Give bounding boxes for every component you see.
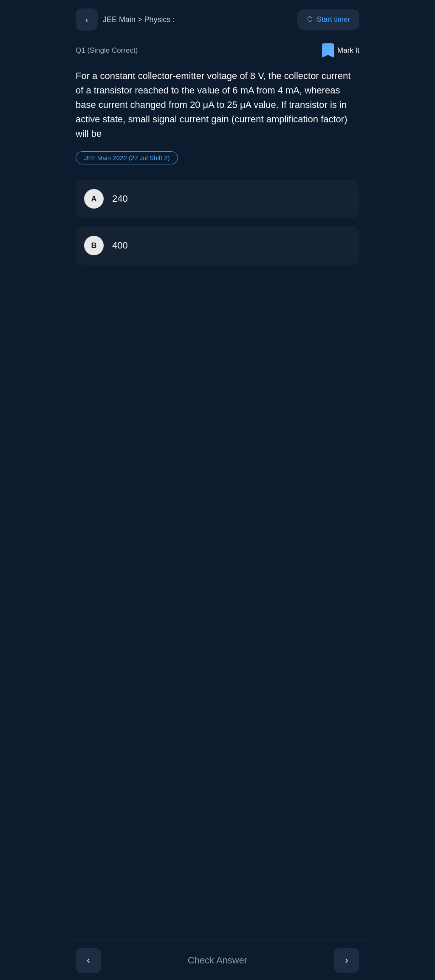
question-body: For a constant collector-emitter voltage… [69,65,366,173]
option-value-a: 240 [112,193,128,204]
question-meta: Q1 (Single Correct) Mark It [69,39,366,65]
question-text: For a constant collector-emitter voltage… [76,69,359,141]
options-section: A 240 B 400 [69,173,366,265]
breadcrumb: JEE Main > Physics : [103,15,292,24]
mark-it-button[interactable]: Mark It [322,43,359,58]
option-card-b[interactable]: B 400 [76,226,359,265]
header: ‹ JEE Main > Physics : ⏱ Start timer [69,0,366,39]
timer-icon: ⏱ [307,16,314,23]
start-timer-label: Start timer [317,15,350,24]
back-icon: ‹ [85,15,88,25]
option-letter-b: B [84,236,104,255]
bookmark-icon [322,43,334,58]
option-value-b: 400 [112,240,128,251]
start-timer-button[interactable]: ⏱ Start timer [297,9,359,30]
option-letter-a: A [84,189,104,209]
option-card-a[interactable]: A 240 [76,180,359,218]
mark-it-label: Mark It [337,46,359,55]
question-tag: JEE Main 2022 (27 Jul Shift 2) [76,151,178,164]
back-button[interactable]: ‹ [76,8,98,31]
question-label: Q1 (Single Correct) [76,46,138,55]
